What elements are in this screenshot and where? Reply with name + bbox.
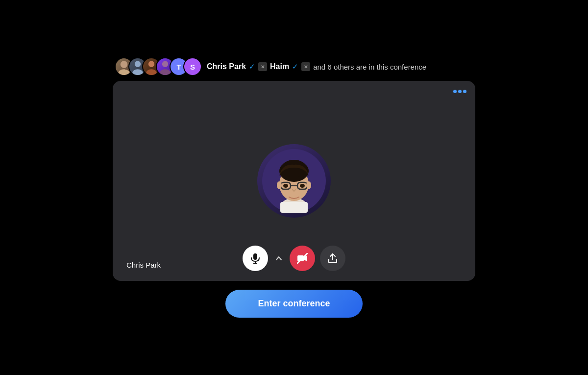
remove-participant-2-button[interactable]: ✕ [301,62,310,71]
svg-point-7 [162,61,169,67]
svg-point-2 [121,61,127,68]
participant-name-1: Chris Park [207,62,246,71]
svg-rect-11 [280,202,308,213]
video-controls [243,246,345,271]
dot-3 [463,90,466,93]
dot-1 [453,90,457,93]
svg-rect-24 [253,253,257,260]
svg-point-5 [148,61,155,67]
mic-options-button[interactable] [273,252,285,264]
svg-point-8 [160,69,170,76]
verified-badge-2: ✓ [292,62,298,71]
avatar-stack: T S [115,57,202,76]
remove-participant-1-button[interactable]: ✕ [258,62,267,71]
video-participant-name: Chris Park [126,261,161,269]
video-toggle-button[interactable] [290,246,315,271]
svg-point-20 [283,184,288,188]
more-options-button[interactable] [453,90,466,93]
mic-button[interactable] [243,246,268,271]
main-avatar [257,144,331,218]
svg-point-1 [118,69,129,76]
verified-badge-1: ✓ [249,62,255,71]
participant-name-2: Haim [270,62,289,71]
enter-conference-button[interactable]: Enter conference [225,290,363,318]
conference-container: T S Chris Park ✓ ✕ Haim ✓ ✕ and 6 others… [113,57,475,318]
svg-point-6 [146,69,156,76]
share-button[interactable] [320,246,345,271]
participants-rest-text: and 6 others are in this conference [313,63,426,71]
svg-point-21 [300,184,305,188]
svg-point-3 [135,61,141,67]
svg-point-22 [277,181,282,189]
participants-bar: T S Chris Park ✓ ✕ Haim ✓ ✕ and 6 others… [113,57,475,76]
participants-info: Chris Park ✓ ✕ Haim ✓ ✕ and 6 others are… [207,62,426,71]
svg-point-23 [306,181,311,189]
avatar-participant-s: S [183,57,202,76]
video-panel: Chris Park [113,81,475,281]
svg-point-4 [132,69,143,76]
dot-2 [458,90,462,93]
